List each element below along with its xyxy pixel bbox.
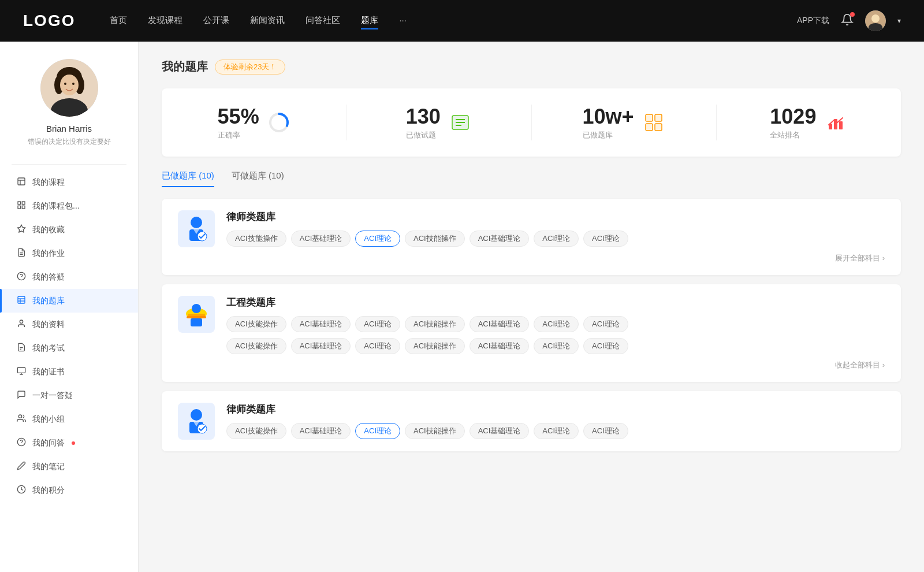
- stat-questions: 130 已做试题: [346, 105, 531, 140]
- sidebar-item-certificate[interactable]: 我的证书: [0, 360, 138, 384]
- questions-label: 已做试题: [406, 130, 441, 140]
- questions-icon: [16, 272, 27, 283]
- sidebar-item-course[interactable]: 我的课程: [0, 170, 138, 194]
- notification-dot: [850, 12, 855, 17]
- eng-tag-6[interactable]: ACI理论: [534, 316, 579, 332]
- lawyer-tag-7[interactable]: ACI理论: [583, 231, 628, 247]
- svg-rect-15: [18, 202, 21, 205]
- sidebar-item-question-bank[interactable]: 我的题库: [0, 289, 138, 313]
- lawyer-card-expand[interactable]: 展开全部科目 ›: [178, 253, 885, 263]
- bank-card-lawyer-icon: [178, 210, 215, 247]
- sidebar-divider-1: [12, 164, 126, 165]
- sidebar-item-notes[interactable]: 我的笔记: [0, 455, 138, 478]
- user-avatar[interactable]: [865, 10, 886, 31]
- svg-rect-43: [655, 114, 662, 121]
- trial-badge: 体验剩余23天！: [215, 60, 285, 75]
- questions-icon: [449, 111, 472, 134]
- lawyer-tag-1[interactable]: ACI技能操作: [226, 231, 286, 247]
- lawyer-tag-2[interactable]: ACI基础理论: [291, 231, 351, 247]
- sidebar-item-tutoring[interactable]: 一对一答疑: [0, 384, 138, 407]
- eng-tag2-5[interactable]: ACI基础理论: [470, 338, 530, 354]
- svg-rect-17: [18, 206, 21, 209]
- eng-tag-1[interactable]: ACI技能操作: [226, 316, 286, 332]
- banks-label: 已做题库: [583, 130, 634, 140]
- lawyer2-tag-3[interactable]: ACI理论: [355, 423, 400, 439]
- tab-available[interactable]: 可做题库 (10): [232, 170, 284, 187]
- nav-opencourse[interactable]: 公开课: [203, 13, 229, 29]
- eng-tag2-4[interactable]: ACI技能操作: [405, 338, 465, 354]
- eng-tag2-1[interactable]: ACI技能操作: [226, 338, 286, 354]
- eng-tag-7[interactable]: ACI理论: [583, 316, 628, 332]
- lawyer-tag-3[interactable]: ACI理论: [355, 231, 400, 247]
- nav-qa[interactable]: 问答社区: [305, 13, 340, 29]
- sidebar-item-homework[interactable]: 我的作业: [0, 242, 138, 265]
- navbar-menu: 首页 发现课程 公开课 新闻资讯 问答社区 题库 ···: [110, 13, 797, 29]
- nav-home[interactable]: 首页: [110, 13, 127, 29]
- svg-rect-18: [22, 206, 25, 209]
- user-name: Brian Harris: [12, 124, 126, 133]
- bank-card-engineer: 工程类题库 ACI技能操作 ACI基础理论 ACI理论 ACI技能操作 ACI基…: [162, 284, 901, 382]
- lawyer2-tag-2[interactable]: ACI基础理论: [291, 423, 351, 439]
- sidebar-item-points[interactable]: 我的积分: [0, 478, 138, 502]
- favorites-icon: [16, 224, 27, 235]
- eng-tag-5[interactable]: ACI基础理论: [470, 316, 530, 332]
- sidebar-profile: Brian Harris 错误的决定比没有决定要好: [0, 59, 138, 158]
- sidebar-item-my-qa[interactable]: 我的问答: [0, 431, 138, 455]
- tabs-row: 已做题库 (10) 可做题库 (10): [162, 170, 901, 187]
- svg-rect-57: [191, 318, 202, 326]
- notes-icon: [16, 461, 27, 472]
- eng-tag-4[interactable]: ACI技能操作: [405, 316, 465, 332]
- svg-rect-12: [18, 178, 25, 185]
- group-icon: [16, 414, 27, 425]
- bank-card-lawyer-body: 律师类题库 ACI技能操作 ACI基础理论 ACI理论 ACI技能操作 ACI基…: [226, 210, 885, 247]
- nav-question-bank[interactable]: 题库: [361, 13, 378, 29]
- nav-more[interactable]: ···: [399, 13, 407, 29]
- logo: LOGO: [23, 12, 75, 30]
- eng-tag2-7[interactable]: ACI理论: [583, 338, 628, 354]
- lawyer-tag-6[interactable]: ACI理论: [534, 231, 579, 247]
- lawyer-tag-5[interactable]: ACI基础理论: [470, 231, 530, 247]
- svg-point-11: [72, 83, 74, 85]
- stat-ranking: 1029 全站排名: [717, 105, 901, 140]
- eng-tag2-3[interactable]: ACI理论: [355, 338, 400, 354]
- svg-marker-19: [17, 225, 25, 232]
- lawyer-tag-4[interactable]: ACI技能操作: [405, 231, 465, 247]
- svg-rect-44: [646, 124, 653, 131]
- eng-tag2-6[interactable]: ACI理论: [534, 338, 579, 354]
- engineer-card-tags-row2: ACI技能操作 ACI基础理论 ACI理论 ACI技能操作 ACI基础理论 AC…: [226, 338, 885, 354]
- ranking-label: 全站排名: [770, 130, 816, 140]
- sidebar-item-exam[interactable]: 我的考试: [0, 336, 138, 360]
- user-menu-chevron[interactable]: ▾: [897, 17, 901, 25]
- sidebar: Brian Harris 错误的决定比没有决定要好 我的课程 我的课程包...: [0, 42, 139, 572]
- lawyer2-tag-1[interactable]: ACI技能操作: [226, 423, 286, 439]
- eng-tag2-2[interactable]: ACI基础理论: [291, 338, 351, 354]
- nav-news[interactable]: 新闻资讯: [250, 13, 285, 29]
- lawyer2-tag-4[interactable]: ACI技能操作: [405, 423, 465, 439]
- sidebar-item-profile[interactable]: 我的资料: [0, 313, 138, 336]
- bank-card-engineer-body: 工程类题库 ACI技能操作 ACI基础理论 ACI理论 ACI技能操作 ACI基…: [226, 296, 885, 354]
- accuracy-icon: [267, 111, 290, 134]
- sidebar-menu: 我的课程 我的课程包... 我的收藏 我的作业: [0, 170, 138, 502]
- tab-done[interactable]: 已做题库 (10): [162, 170, 214, 187]
- bank-card-lawyer-2-body: 律师类题库 ACI技能操作 ACI基础理论 ACI理论 ACI技能操作 ACI基…: [226, 403, 885, 439]
- sidebar-item-group[interactable]: 我的小组: [0, 407, 138, 431]
- svg-rect-16: [22, 202, 25, 205]
- sidebar-item-course-pack[interactable]: 我的课程包...: [0, 194, 138, 218]
- lawyer2-tag-6[interactable]: ACI理论: [534, 423, 579, 439]
- nav-discover[interactable]: 发现课程: [148, 13, 182, 29]
- eng-tag-3[interactable]: ACI理论: [355, 316, 400, 332]
- engineer-card-expand[interactable]: 收起全部科目 ›: [178, 360, 885, 370]
- notification-bell[interactable]: [841, 13, 854, 28]
- eng-tag-2[interactable]: ACI基础理论: [291, 316, 351, 332]
- stat-accuracy: 55% 正确率: [162, 105, 346, 140]
- lawyer2-tag-7[interactable]: ACI理论: [583, 423, 628, 439]
- bank-card-lawyer-1: 律师类题库 ACI技能操作 ACI基础理论 ACI理论 ACI技能操作 ACI基…: [162, 199, 901, 275]
- sidebar-item-questions[interactable]: 我的答疑: [0, 265, 138, 289]
- page-header: 我的题库 体验剩余23天！: [162, 59, 901, 75]
- lawyer2-tag-5[interactable]: ACI基础理论: [470, 423, 530, 439]
- profile-icon: [16, 319, 27, 330]
- app-download[interactable]: APP下载: [797, 16, 829, 26]
- sidebar-item-favorites[interactable]: 我的收藏: [0, 218, 138, 242]
- ranking-icon: [824, 111, 847, 134]
- svg-rect-31: [17, 367, 25, 373]
